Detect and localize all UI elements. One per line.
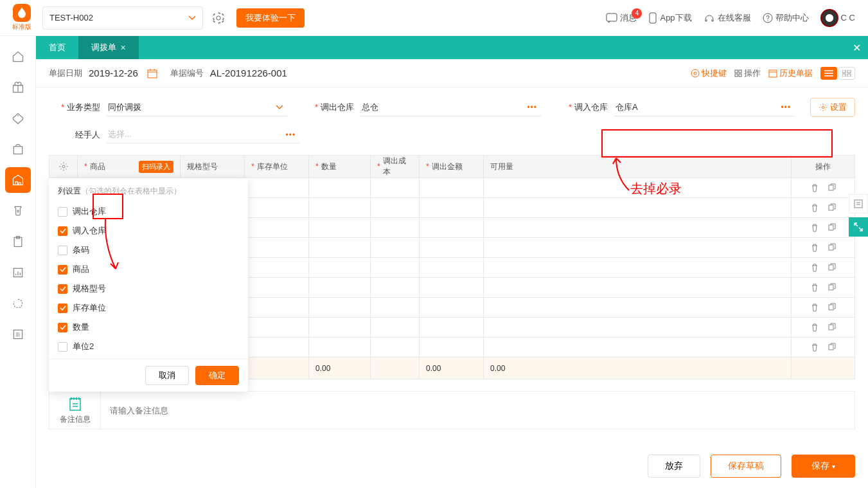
side-nav: 新 — [0, 36, 36, 488]
close-icon[interactable]: ✕ — [120, 44, 126, 52]
svg-rect-31 — [829, 305, 833, 310]
workspace-select[interactable]: TEST-H002 — [42, 6, 203, 30]
table-header: *商品扫码录入 规格型号 *库存单位 *数量 *调出成本 *调出金额 可用量 操… — [49, 155, 855, 178]
messages-link[interactable]: 消息 4 — [606, 12, 637, 24]
edition-label: 标准版 — [12, 23, 31, 32]
svg-rect-27 — [829, 225, 833, 230]
colset-title: 列设置（勾选的列会在表格中显示） — [49, 178, 248, 202]
copy-icon[interactable] — [827, 203, 836, 212]
chevron-down-icon — [188, 15, 196, 21]
shortcut-link[interactable]: 快捷键 — [691, 68, 727, 79]
copy-icon[interactable] — [827, 223, 836, 232]
tabs-bar: 首页 调拨单 ✕ ✕ — [36, 36, 868, 59]
rail-expand-icon[interactable] — [849, 217, 868, 237]
svg-rect-17 — [739, 74, 741, 77]
tab-home[interactable]: 首页 — [36, 36, 78, 59]
col-unit: *库存单位 — [245, 156, 309, 177]
nav-bag-icon[interactable] — [5, 136, 31, 162]
save-draft-button[interactable]: 保存草稿 — [711, 455, 781, 478]
nav-report-icon[interactable] — [5, 260, 31, 285]
column-settings-button[interactable] — [49, 156, 78, 177]
date-label: 单据日期 — [49, 68, 82, 79]
colset-item[interactable]: 单位2 — [58, 337, 239, 356]
nav-money-icon[interactable] — [5, 198, 31, 224]
delete-icon[interactable] — [810, 203, 819, 212]
svg-point-12 — [691, 69, 699, 77]
copy-icon[interactable] — [827, 303, 836, 312]
nav-clipboard-icon[interactable] — [5, 229, 31, 255]
checkbox-icon — [58, 207, 67, 217]
delete-icon[interactable] — [810, 343, 819, 352]
online-service-link[interactable]: 在线客服 — [704, 12, 751, 24]
svg-rect-1 — [650, 13, 656, 23]
discard-button[interactable]: 放弃 — [648, 455, 700, 478]
calendar-icon[interactable] — [147, 68, 157, 78]
copy-icon[interactable] — [827, 283, 836, 292]
history-link[interactable]: 历史单据 — [768, 68, 813, 79]
colset-item[interactable]: 调入仓库 — [58, 221, 239, 240]
delete-icon[interactable] — [810, 303, 819, 312]
copy-icon[interactable] — [827, 183, 836, 192]
copy-icon[interactable] — [827, 323, 836, 332]
svg-text:?: ? — [766, 15, 770, 22]
total-amt: 0.00 — [420, 357, 484, 379]
rail-note-icon[interactable] — [849, 194, 868, 213]
tab-transfer[interactable]: 调拨单 ✕ — [78, 36, 139, 59]
date-value[interactable]: 2019-12-26 — [89, 68, 138, 78]
delete-icon[interactable] — [810, 243, 819, 252]
actions-link[interactable]: 操作 — [734, 68, 761, 79]
col-available: 可用量 — [484, 156, 792, 177]
delete-icon[interactable] — [810, 223, 819, 232]
in-warehouse-field[interactable]: *调入仓库 仓库A ••• — [556, 99, 810, 116]
remark-bar: 备注信息 — [49, 391, 855, 429]
field-settings-button[interactable]: 设置 — [810, 98, 855, 117]
nav-gift-icon[interactable] — [5, 75, 31, 100]
delete-icon[interactable] — [810, 183, 819, 192]
svg-rect-15 — [739, 70, 741, 73]
svg-rect-5 — [13, 147, 22, 154]
save-button[interactable]: 保存 ▾ — [792, 455, 855, 478]
scan-entry-button[interactable]: 扫码录入 — [139, 161, 173, 173]
app-download-link[interactable]: App下载 — [648, 12, 691, 24]
copy-icon[interactable] — [827, 243, 836, 252]
try-button[interactable]: 我要体验一下 — [236, 8, 305, 28]
nav-new-icon[interactable]: 新 — [5, 321, 31, 347]
footer-actions: 放弃 保存草稿 保存 ▾ — [36, 444, 868, 488]
col-qty: *数量 — [309, 156, 371, 177]
colset-item[interactable]: 商品 — [58, 260, 239, 279]
colset-item[interactable]: 条码 — [58, 240, 239, 260]
annotation-arrow-icon — [98, 216, 123, 274]
view-list-icon[interactable] — [820, 67, 837, 80]
handler-field[interactable]: 经手人 选择... ••• — [49, 126, 315, 143]
svg-rect-19 — [842, 70, 846, 73]
delete-icon[interactable] — [810, 263, 819, 272]
nav-tag-icon[interactable] — [5, 105, 31, 131]
confirm-button[interactable]: 确定 — [195, 366, 239, 385]
delete-icon[interactable] — [810, 323, 819, 332]
copy-icon[interactable] — [827, 263, 836, 272]
user-menu[interactable]: C C — [820, 9, 855, 27]
annotation-text: 去掉必录 — [630, 180, 682, 197]
column-settings-popup: 列设置（勾选的列会在表格中显示） 调出仓库调入仓库条码商品规格型号库存单位数量单… — [49, 178, 248, 392]
nav-warehouse-icon[interactable] — [5, 167, 31, 193]
top-right-menu: 消息 4 App下载 在线客服 ?帮助中心 C C — [606, 9, 863, 27]
colset-item[interactable]: 规格型号 — [58, 279, 239, 298]
checkbox-icon — [58, 303, 67, 313]
colset-item[interactable]: 库存单位 — [58, 298, 239, 318]
nav-home-icon[interactable] — [5, 44, 31, 69]
colset-item[interactable]: 数量 — [58, 318, 239, 337]
remark-input[interactable] — [101, 392, 855, 429]
nav-cycle-icon[interactable] — [5, 291, 31, 316]
svg-rect-34 — [70, 399, 80, 410]
settings-icon[interactable] — [208, 8, 229, 28]
delete-icon[interactable] — [810, 283, 819, 292]
message-icon — [606, 13, 617, 23]
help-center-link[interactable]: ?帮助中心 — [763, 12, 809, 24]
biz-type-field[interactable]: *业务类型 同价调拨 — [49, 99, 303, 116]
view-grid-icon[interactable] — [838, 67, 855, 80]
out-warehouse-field[interactable]: *调出仓库 总仓 ••• — [303, 99, 556, 116]
cancel-button[interactable]: 取消 — [145, 366, 189, 385]
colset-item[interactable]: 调出仓库 — [58, 202, 239, 221]
close-all-tabs[interactable]: ✕ — [845, 36, 868, 59]
copy-icon[interactable] — [827, 343, 836, 352]
